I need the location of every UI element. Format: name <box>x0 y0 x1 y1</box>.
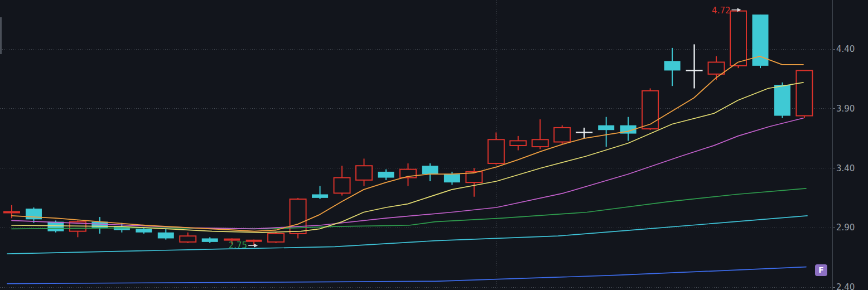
candle[interactable] <box>554 125 570 144</box>
candle[interactable] <box>774 83 790 118</box>
candle[interactable] <box>378 170 394 180</box>
candle[interactable] <box>136 228 152 234</box>
candle[interactable] <box>664 48 681 86</box>
candle[interactable] <box>268 233 284 243</box>
ma-blue <box>7 267 806 284</box>
candle[interactable] <box>400 163 416 186</box>
candle[interactable] <box>510 136 526 151</box>
candle[interactable] <box>312 186 328 199</box>
candle[interactable] <box>356 158 372 186</box>
ma-cyan <box>7 216 807 254</box>
low-price-annotation: 2.75 <box>229 240 247 250</box>
y-axis-label: 2.90 <box>836 223 855 233</box>
candle[interactable] <box>620 117 636 141</box>
candle[interactable] <box>422 163 438 181</box>
kline-svg: 4.403.903.402.902.404.722.75 <box>0 0 868 290</box>
ma-orange <box>12 56 803 231</box>
left-edge-strip <box>0 17 2 54</box>
high-price-annotation: 4.72 <box>712 6 730 16</box>
candle[interactable] <box>158 229 174 239</box>
y-axis-label: 3.40 <box>836 163 855 173</box>
low-annotation-arrowhead <box>254 244 258 248</box>
candle[interactable] <box>26 207 42 223</box>
candle[interactable] <box>708 56 725 80</box>
candle[interactable] <box>202 237 218 243</box>
candle[interactable] <box>730 11 746 68</box>
candle[interactable] <box>488 132 504 165</box>
candle[interactable] <box>334 166 350 195</box>
candle[interactable] <box>598 117 614 147</box>
candle[interactable] <box>686 44 703 88</box>
candle[interactable] <box>290 198 306 239</box>
ma-yellow <box>12 83 803 233</box>
kline-chart[interactable]: 4.403.903.402.902.404.722.75 F <box>0 0 868 290</box>
candle[interactable] <box>180 233 196 243</box>
candle[interactable] <box>91 217 108 234</box>
candle[interactable] <box>532 119 548 149</box>
y-axis-label: 2.40 <box>836 282 855 290</box>
candle[interactable] <box>752 14 768 68</box>
y-axis-label: 3.90 <box>836 104 855 114</box>
y-axis-label: 4.40 <box>836 44 855 54</box>
fund-flag-badge[interactable]: F <box>815 264 827 276</box>
ma-green <box>12 188 806 229</box>
candle[interactable] <box>796 70 812 118</box>
candle[interactable] <box>576 128 592 138</box>
